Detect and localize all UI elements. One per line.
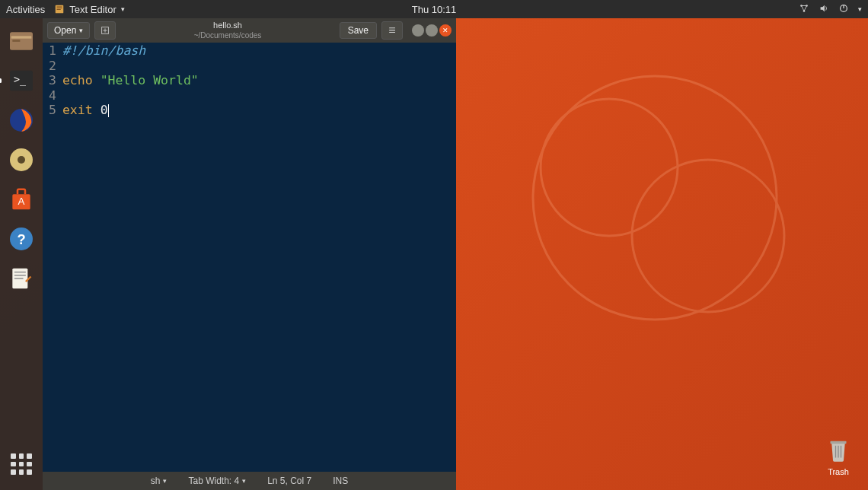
editor-toolbar: Open ▾ hello.sh ~/Documents/codes Save ≡… — [43, 18, 456, 43]
save-button[interactable]: Save — [340, 22, 377, 39]
open-button[interactable]: Open ▾ — [47, 22, 90, 39]
svg-text:A: A — [18, 196, 25, 207]
svg-rect-11 — [12, 40, 20, 42]
new-tab-button[interactable] — [94, 21, 116, 40]
app-menu[interactable]: Text Editor ▾ — [54, 4, 124, 15]
maximize-button[interactable] — [426, 24, 438, 37]
launcher-help[interactable]: ? — [3, 221, 40, 257]
svg-rect-24 — [14, 278, 24, 279]
app-menu-label: Text Editor — [69, 4, 116, 15]
clock[interactable]: Thu 10:11 — [412, 4, 457, 15]
editor-body[interactable]: 12345 #!/bin/bash echo "Hello World" exi… — [43, 43, 456, 472]
network-icon[interactable] — [799, 3, 809, 16]
activities-button[interactable]: Activities — [6, 4, 45, 15]
document-title: hello.sh — [120, 21, 334, 30]
volume-icon[interactable] — [819, 3, 829, 16]
window-controls: ✕ — [412, 24, 452, 37]
close-button[interactable]: ✕ — [439, 24, 452, 37]
launcher-dock: >_ A ? — [0, 18, 43, 490]
svg-point-28 — [533, 76, 777, 320]
svg-rect-3 — [57, 9, 61, 10]
status-bar: sh ▾ Tab Width: 4 ▾ Ln 5, Col 7 INS — [43, 472, 456, 490]
tab-width-selector[interactable]: Tab Width: 4 ▾ — [188, 476, 246, 486]
language-label: sh — [151, 476, 161, 486]
line-number-gutter: 12345 — [43, 43, 61, 472]
new-tab-icon — [100, 25, 110, 36]
code-area[interactable]: #!/bin/bash echo "Hello World" exit 0 — [61, 43, 203, 472]
tab-width-label: Tab Width: 4 — [188, 476, 239, 486]
cursor-position: Ln 5, Col 7 — [267, 476, 311, 486]
svg-rect-1 — [57, 7, 62, 8]
open-button-label: Open — [54, 25, 76, 36]
svg-rect-2 — [57, 8, 62, 8]
top-panel: Activities Text Editor ▾ Thu 10:11 ▾ — [0, 0, 868, 18]
show-applications[interactable] — [3, 446, 40, 482]
trash-label: Trash — [822, 467, 854, 476]
power-icon[interactable] — [838, 3, 849, 16]
svg-point-30 — [632, 160, 784, 312]
language-selector[interactable]: sh ▾ — [151, 476, 168, 486]
svg-point-16 — [18, 156, 25, 164]
svg-point-29 — [541, 99, 678, 236]
launcher-firefox[interactable] — [3, 102, 40, 138]
trash-bin-icon — [822, 434, 854, 466]
text-editor-icon — [54, 4, 65, 14]
text-editor-window: Open ▾ hello.sh ~/Documents/codes Save ≡… — [43, 18, 456, 490]
chevron-down-icon[interactable]: ▾ — [858, 5, 862, 13]
hamburger-menu-button[interactable]: ≡ — [381, 21, 403, 40]
chevron-down-icon: ▾ — [242, 477, 246, 485]
insert-mode[interactable]: INS — [333, 476, 348, 486]
minimize-button[interactable] — [412, 24, 424, 37]
svg-text:?: ? — [17, 231, 25, 247]
hamburger-icon: ≡ — [388, 24, 395, 37]
launcher-gedit[interactable] — [3, 260, 40, 297]
svg-rect-23 — [14, 275, 26, 276]
svg-text:>_: >_ — [14, 74, 27, 86]
launcher-files[interactable] — [3, 23, 40, 59]
launcher-rhythmbox[interactable] — [3, 142, 40, 178]
svg-rect-22 — [14, 272, 26, 273]
chevron-down-icon: ▾ — [79, 27, 83, 34]
wallpaper-decoration — [503, 46, 807, 350]
chevron-down-icon: ▾ — [121, 5, 125, 13]
svg-rect-31 — [831, 441, 847, 444]
launcher-terminal[interactable]: >_ — [3, 62, 40, 99]
launcher-software[interactable]: A — [3, 181, 40, 218]
svg-rect-10 — [11, 36, 32, 38]
trash-icon[interactable]: Trash — [822, 434, 854, 476]
document-path: ~/Documents/codes — [120, 31, 334, 40]
title-area: hello.sh ~/Documents/codes — [120, 21, 334, 40]
chevron-down-icon: ▾ — [163, 477, 167, 485]
